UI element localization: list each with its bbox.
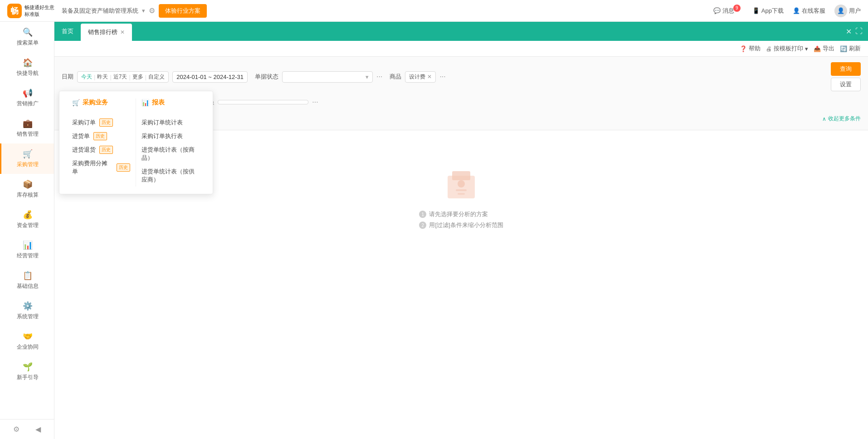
print-icon: 🖨 — [766, 45, 772, 52]
sidebar-item-basic[interactable]: 📋 基础信息 — [0, 265, 54, 296]
purchase-section-icon: 🛒 — [72, 99, 80, 106]
topbar: 畅 畅捷通好生意 标准版 装备及固定资产辅助管理系统 ▾ ⚙ 体验行业方案 💬 … — [0, 0, 868, 22]
report-menu-section: 📊 报表 采购订单统计表 采购订单执行表 进货单统计表（按商品） 进货单统计表（… — [136, 99, 205, 187]
set-btn[interactable]: 设置 — [831, 78, 861, 91]
menu-item-return[interactable]: 进货退货 历史 — [72, 143, 130, 157]
close-tab-btn[interactable]: ✕ — [846, 27, 852, 36]
report-section-icon: 📊 — [141, 99, 149, 106]
action-btns: 查询 设置 — [831, 62, 861, 91]
export-btn[interactable]: 📤 导出 — [814, 44, 834, 53]
tabbar: 首页 销售排行榜 ✕ ✕ ⛶ — [54, 22, 868, 41]
menu-item-order-stats[interactable]: 采购订单统计表 — [141, 116, 200, 129]
home-icon: 🏠 — [23, 58, 33, 68]
salesman-filter: 业务员 ··· — [196, 98, 318, 106]
sidebar-item-finance[interactable]: 💰 资金管理 — [0, 204, 54, 235]
sidebar-item-system[interactable]: ⚙️ 系统管理 — [0, 296, 54, 326]
purchase-icon: 🛒 — [23, 149, 33, 159]
doc-status-filter: 单据状态 ▾ ··· — [255, 71, 382, 83]
print-dropdown-icon[interactable]: ▾ — [805, 45, 808, 52]
menu-item-purchase-order[interactable]: 采购订单 历史 — [72, 116, 130, 129]
refresh-btn[interactable]: 🔄 刷新 — [840, 44, 861, 53]
topbar-system: 装备及固定资产辅助管理系统 ▾ ⚙ 体验行业方案 — [62, 4, 713, 18]
sidebar-item-marketing[interactable]: 📢 营销推广 — [0, 83, 54, 113]
purchase-section-title: 🛒 采购业务 — [72, 99, 130, 110]
sidebar: 🔍 搜索菜单 🏠 快捷导航 📢 营销推广 💼 销售管理 🛒 采购管理 📦 库存核… — [0, 22, 54, 439]
tab-sales-rank[interactable]: 销售排行榜 ✕ — [81, 24, 132, 41]
sidebar-item-quick-nav[interactable]: 🏠 快捷导航 — [0, 52, 54, 83]
enterprise-icon: 🤝 — [23, 331, 33, 341]
salesman-more-btn[interactable]: ··· — [312, 98, 318, 106]
doc-status-more-btn[interactable]: ··· — [376, 73, 382, 81]
topbar-actions: 💬 消息 9 📱 App下载 👤 在线客服 👤 用户 — [713, 5, 861, 17]
settings-icon[interactable]: ⚙ — [149, 6, 155, 15]
industry-btn[interactable]: 体验行业方案 — [159, 4, 207, 18]
purchase-menu-section: 🛒 采购业务 采购订单 历史 进货单 历史 进货退货 历史 采购费用分摊单 历史 — [67, 99, 136, 187]
message-badge: 9 — [733, 5, 741, 12]
service-icon: 👤 — [793, 7, 800, 14]
tab-home[interactable]: 首页 — [54, 22, 81, 41]
app-download-btn[interactable]: 📱 App下载 — [752, 7, 784, 15]
menu-item-incoming-stats-supplier[interactable]: 进货单统计表（按供应商） — [141, 165, 200, 187]
sidebar-item-operations[interactable]: 📊 经营管理 — [0, 235, 54, 265]
doc-status-input[interactable]: ▾ — [282, 71, 373, 83]
menu-item-order-exec[interactable]: 采购订单执行表 — [141, 129, 200, 143]
sidebar-bottom: ⚙ ◀ — [0, 419, 54, 439]
collapse-filter-btn[interactable]: ∧ 收起更多条件 — [822, 113, 861, 124]
tab-close-btn[interactable]: ✕ — [120, 29, 125, 35]
fullscreen-btn[interactable]: ⛶ — [855, 27, 863, 35]
message-btn[interactable]: 💬 消息 9 — [713, 7, 743, 15]
empty-illustration — [443, 167, 479, 203]
svg-rect-1 — [452, 171, 470, 180]
svg-point-2 — [458, 180, 465, 187]
query-btn[interactable]: 查询 — [831, 62, 861, 76]
empty-tip-2: 2 用[过滤]条件来缩小分析范围 — [419, 221, 503, 229]
avatar: 👤 — [834, 5, 847, 17]
system-name: 装备及固定资产辅助管理系统 — [62, 7, 138, 15]
sidebar-item-enterprise[interactable]: 🤝 企业协同 — [0, 326, 54, 356]
logo: 畅 畅捷通好生意 标准版 — [7, 4, 62, 18]
date-7days-btn[interactable]: 近7天 — [113, 73, 127, 81]
report-section-title: 📊 报表 — [141, 99, 200, 110]
svg-rect-3 — [456, 189, 467, 191]
date-filter: 日期 今天 | 昨天 | 近7天 | 更多 | 自定义 2024-01-01 ~… — [62, 71, 248, 83]
sidebar-item-inventory[interactable]: 📦 库存核算 — [0, 174, 54, 204]
sidebar-item-guide[interactable]: 🌱 新手引导 — [0, 356, 54, 387]
guide-icon: 🌱 — [23, 362, 33, 372]
menu-item-incoming-stats-goods[interactable]: 进货单统计表（按商品） — [141, 143, 200, 165]
date-custom-btn[interactable]: 自定义 — [148, 73, 165, 81]
toolbar: ❓ 帮助 🖨 按模板打印 ▾ 📤 导出 🔄 刷新 — [54, 41, 868, 57]
svg-rect-4 — [458, 193, 465, 195]
sales-icon: 💼 — [23, 118, 33, 128]
salesman-input[interactable] — [218, 100, 308, 104]
online-service-btn[interactable]: 👤 在线客服 — [793, 7, 825, 15]
date-today-btn[interactable]: 今天 — [81, 73, 92, 81]
goods-more-btn[interactable]: ··· — [439, 73, 445, 81]
print-btn[interactable]: 🖨 按模板打印 ▾ — [766, 44, 808, 53]
doc-status-dropdown-icon: ▾ — [366, 74, 369, 80]
help-btn[interactable]: ❓ 帮助 — [740, 44, 761, 53]
user-btn[interactable]: 👤 用户 — [834, 5, 861, 17]
tabbar-controls: ✕ ⛶ — [846, 27, 868, 36]
sidebar-item-sales[interactable]: 💼 销售管理 — [0, 113, 54, 143]
help-icon: ❓ — [740, 45, 747, 52]
date-more-btn[interactable]: 更多 — [132, 73, 143, 81]
settings-bottom-btn[interactable]: ⚙ — [13, 425, 20, 434]
empty-tips: 1 请先选择要分析的方案 2 用[过滤]条件来缩小分析范围 — [419, 210, 503, 229]
search-icon: 🔍 — [23, 27, 33, 37]
refresh-icon: 🔄 — [840, 45, 847, 52]
goods-tag-close-btn[interactable]: ✕ — [427, 74, 432, 80]
logo-icon: 畅 — [7, 4, 22, 18]
date-range-input[interactable]: 2024-01-01 ~ 2024-12-31 — [172, 71, 248, 83]
logo-text: 畅捷通好生意 标准版 — [24, 4, 54, 17]
sidebar-item-search[interactable]: 🔍 搜索菜单 — [0, 22, 54, 52]
purchase-dropdown-menu: 🛒 采购业务 采购订单 历史 进货单 历史 进货退货 历史 采购费用分摊单 历史… — [59, 91, 213, 194]
finance-icon: 💰 — [23, 210, 33, 220]
sidebar-item-purchase[interactable]: 🛒 采购管理 — [0, 143, 54, 174]
date-yesterday-btn[interactable]: 昨天 — [97, 73, 108, 81]
menu-item-incoming[interactable]: 进货单 历史 — [72, 129, 130, 143]
inventory-icon: 📦 — [23, 179, 33, 189]
collapse-sidebar-btn[interactable]: ◀ — [35, 425, 41, 434]
menu-item-expense[interactable]: 采购费用分摊单 历史 — [72, 157, 130, 178]
collapse-icon: ∧ — [822, 116, 826, 122]
system-dropdown-icon[interactable]: ▾ — [142, 7, 145, 14]
